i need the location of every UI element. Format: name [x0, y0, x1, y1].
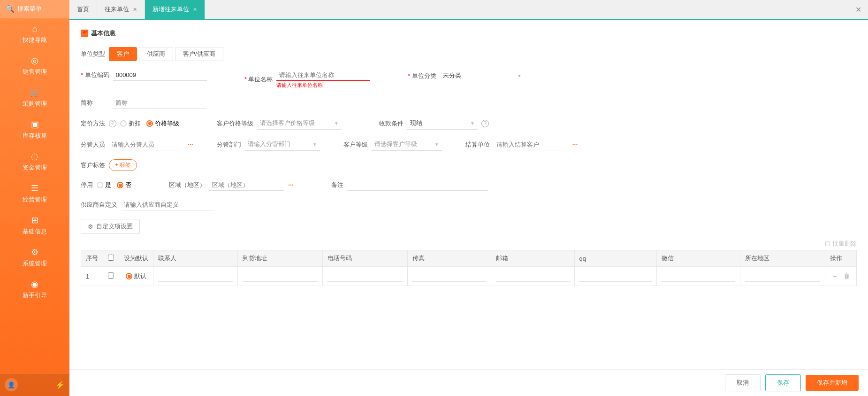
row-region[interactable]	[740, 267, 825, 286]
cancel-button[interactable]: 取消	[725, 374, 761, 391]
payment-terms-group: 收款条件 现结 ▼ ?	[379, 117, 489, 130]
department-select[interactable]: 请输入分管部门 ▼	[245, 138, 320, 151]
supplier-custom-label: 供应商自定义	[81, 201, 117, 209]
custom-settings-button[interactable]: ⚙ 自定义项设置	[81, 219, 140, 234]
unit-category-label: 单位分类	[408, 72, 436, 80]
remark-input[interactable]	[347, 179, 488, 191]
sidebar-item-basic[interactable]: ⊞ 基础信息	[0, 210, 69, 241]
row-wechat[interactable]	[657, 267, 740, 286]
row-qq[interactable]	[574, 267, 657, 286]
tab-contacts[interactable]: 往来单位 ✕	[97, 0, 145, 19]
close-new-contact-icon[interactable]: ✕	[193, 7, 197, 13]
row-default-radio[interactable]: 默认	[124, 272, 148, 280]
row-default: 默认	[119, 267, 153, 286]
col-check	[103, 250, 119, 267]
payment-help-icon[interactable]: ?	[481, 120, 489, 127]
pricing-radio-group: 折扣 价格等级	[120, 119, 179, 128]
unit-type-supplier-btn[interactable]: 供应商	[139, 47, 173, 61]
tabbar-spacer	[205, 0, 848, 19]
unit-name-input[interactable]	[276, 70, 370, 81]
sidebar-item-label: 新手引导	[23, 291, 47, 300]
sidebar-item-finance[interactable]: ◌ 资金管理	[0, 146, 69, 178]
contact-name-input[interactable]	[158, 271, 233, 282]
customer-level-select[interactable]: 请选择客户等级 ▼	[372, 138, 442, 151]
sidebar-item-label: 销售管理	[23, 68, 47, 76]
sidebar-item-sales[interactable]: ◎ 销售管理	[0, 50, 69, 82]
sidebar-item-system[interactable]: ⚙ 系统管理	[0, 241, 69, 273]
yes-radio-circle	[97, 182, 103, 188]
disabled-group: 停用 是 否	[81, 181, 131, 189]
wechat-input[interactable]	[662, 271, 735, 282]
select-all-checkbox[interactable]	[108, 255, 114, 261]
row-checkbox[interactable]	[108, 272, 114, 279]
pricing-discount-radio[interactable]: 折扣	[120, 119, 141, 128]
customer-price-level-group: 客户价格等级 请选择客户价格等级 ▼	[217, 117, 342, 130]
row-address[interactable]	[237, 267, 322, 286]
delete-row-btn[interactable]: 🗑	[842, 272, 852, 280]
search-menu-label: 搜索菜单	[17, 5, 42, 13]
batch-delete-label[interactable]: 批量删除	[832, 240, 857, 248]
row-email[interactable]	[491, 267, 575, 286]
disabled-no-radio[interactable]: 否	[117, 181, 131, 189]
default-radio-circle	[126, 273, 132, 280]
row-region-input[interactable]	[745, 271, 820, 282]
tab-home-label: 首页	[77, 5, 89, 14]
sidebar-item-inventory[interactable]: ▣ 库存核算	[0, 114, 69, 146]
section-title-label: 基本信息	[91, 29, 115, 38]
save-and-new-button[interactable]: 保存并新增	[806, 375, 859, 391]
supplier-custom-group: 供应商自定义	[81, 199, 215, 210]
settlement-more-icon[interactable]: ···	[572, 141, 578, 148]
unit-type-customer-btn[interactable]: 客户	[109, 47, 137, 61]
region-more-icon[interactable]: ···	[288, 181, 294, 189]
tab-new-contact[interactable]: 新增往来单位 ✕	[145, 0, 205, 19]
col-wechat: 微信	[657, 250, 740, 267]
close-contacts-icon[interactable]: ✕	[133, 7, 137, 13]
payment-terms-select[interactable]: 现结 ▼	[407, 117, 478, 130]
customer-price-level-select[interactable]: 请选择客户价格等级 ▼	[257, 117, 342, 130]
discount-radio-circle	[120, 120, 127, 127]
short-name-input[interactable]	[113, 97, 206, 109]
sidebar-item-quick-nav[interactable]: ⌂ 快捷导航	[0, 18, 69, 50]
row-fax[interactable]	[408, 267, 491, 286]
unit-code-group: 单位编码	[81, 70, 207, 81]
sidebar-item-purchase[interactable]: 🛒 采购管理	[0, 82, 69, 114]
col-contact: 联系人	[153, 250, 238, 267]
purchase-icon: 🛒	[30, 87, 40, 98]
email-input[interactable]	[496, 271, 570, 282]
tabbar-close-button[interactable]: ✕	[848, 0, 868, 19]
save-button[interactable]: 保存	[765, 374, 801, 391]
add-row-btn[interactable]: ＋	[830, 272, 840, 280]
manager-input[interactable]	[109, 139, 184, 150]
pricing-help-icon[interactable]: ?	[109, 120, 116, 127]
search-menu-button[interactable]: 🔍 搜索菜单	[0, 0, 69, 18]
unit-name-error-msg: 请输入往来单位名称	[276, 82, 370, 89]
batch-delete-area: ☐ 批量删除	[81, 240, 857, 248]
manager-more-icon[interactable]: ···	[188, 141, 193, 148]
row-phone[interactable]	[322, 267, 407, 286]
fax-input[interactable]	[412, 271, 486, 282]
payment-terms-label: 收款条件	[379, 119, 404, 128]
unit-category-select[interactable]: 未分类 ▼	[440, 70, 525, 82]
sidebar-item-operations[interactable]: ☰ 经营管理	[0, 178, 69, 210]
sidebar-item-guide[interactable]: ◉ 新手引导	[0, 273, 69, 305]
add-tag-button[interactable]: + 标签	[109, 159, 137, 171]
supplier-custom-input[interactable]	[121, 199, 215, 210]
qq-input[interactable]	[579, 271, 652, 282]
phone-input[interactable]	[327, 271, 403, 282]
tab-home[interactable]: 首页	[69, 0, 97, 19]
short-name-group: 简称	[81, 97, 206, 109]
pricing-level-radio[interactable]: 价格等级	[146, 119, 179, 128]
unit-code-input[interactable]	[113, 70, 207, 81]
region-input[interactable]	[209, 179, 284, 191]
disabled-yes-radio[interactable]: 是	[97, 181, 111, 189]
row-contact-name[interactable]	[153, 267, 238, 286]
discount-radio-label: 折扣	[129, 119, 141, 128]
disabled-radio-group: 是 否	[97, 181, 131, 189]
unit-type-both-btn[interactable]: 客户/供应商	[175, 47, 223, 61]
address-input[interactable]	[243, 271, 318, 282]
unit-type-row: 单位类型 客户 供应商 客户/供应商	[81, 47, 857, 61]
department-placeholder: 请输入分管部门	[248, 140, 310, 148]
settlement-unit-input[interactable]	[494, 139, 569, 150]
finance-icon: ◌	[31, 151, 38, 162]
customer-level-label: 客户等级	[343, 140, 368, 149]
